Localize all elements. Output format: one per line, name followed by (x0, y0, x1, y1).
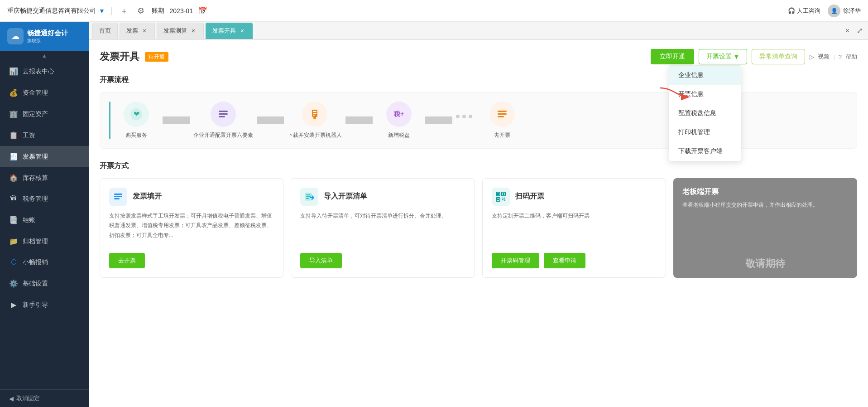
tab-invoice-close[interactable]: × (141, 27, 148, 34)
sidebar-item-label: 税务管理 (23, 195, 48, 203)
sidebar-item-inventory[interactable]: 🏠 库存核算 (0, 167, 89, 189)
sidebar-item-fixed-assets[interactable]: 🏢 固定资产 (0, 103, 89, 125)
manual-fill-goto-button[interactable]: 去开票 (109, 253, 145, 268)
svg-rect-7 (313, 113, 317, 114)
svg-rect-17 (306, 194, 311, 195)
method-desc-scan-invoice: 支持定制开票二维码，客户端可扫码开票 (492, 211, 657, 242)
method-desc-manual-fill: 支持按照发票样式手工填开发票；可开具增值税电子普通发票、增值税普通发票、增值税专… (109, 211, 274, 247)
svg-text:❤: ❤ (134, 110, 139, 118)
svg-rect-27 (502, 198, 503, 199)
fixed-assets-icon: 🏢 (9, 110, 18, 118)
dropdown-item-download-client[interactable]: 下载开票客户端 (669, 142, 741, 161)
svg-rect-8 (313, 115, 315, 116)
step-2-label: 企业开通配置开票六要素 (193, 131, 253, 139)
svg-rect-4 (219, 116, 225, 117)
invoice-settings-button[interactable]: 开票设置 ▼ (699, 49, 748, 64)
sidebar-item-label: 小畅报销 (23, 258, 48, 266)
tab-invoice-issue-close[interactable]: × (239, 27, 246, 34)
scan-manage-button[interactable]: 开票码管理 (492, 253, 539, 268)
sidebar-item-fund-mgmt[interactable]: 💰 资金管理 (0, 82, 89, 103)
svg-rect-2 (219, 111, 228, 112)
process-step-5: 去开票 (480, 102, 525, 139)
svg-rect-28 (504, 198, 505, 199)
activate-button[interactable]: 立即开通 (651, 49, 694, 64)
cancel-fixed-button[interactable]: ◀ 取消固定 (0, 389, 89, 407)
sidebar-item-cloud-report[interactable]: 📊 云报表中心 (0, 61, 89, 82)
step-icon-4: 税+ (386, 102, 412, 127)
period-value: 2023-01 (170, 7, 193, 15)
import-list-button[interactable]: 导入清单 (300, 253, 342, 268)
tab-home-label: 首页 (99, 27, 111, 35)
sidebar: ☁ 畅捷通好会计 旗舰版 ▲ 📊 云报表中心 💰 资金管理 🏢 固定资产 📋 (0, 22, 89, 407)
sidebar-item-label: 工资 (23, 131, 35, 140)
page-header-actions: 立即开通 开票设置 ▼ 异常清单查询 ▷ 视频 | ? (651, 49, 857, 64)
invoice-settings-dropdown: 企业信息 开票信息 配置税盘信息 打印机管理 下载开票客户端 (669, 65, 741, 161)
step-arrow-2 (257, 116, 284, 124)
sidebar-item-new-guide[interactable]: ▶ 新手引导 (0, 294, 89, 315)
pin-icon: ◀ (9, 395, 14, 402)
invoice-mgmt-icon: 🧾 (9, 152, 18, 161)
tab-invoice-issue[interactable]: 发票开具 × (206, 23, 253, 39)
sidebar-item-account[interactable]: 📑 结账 (0, 209, 89, 231)
svg-rect-6 (313, 111, 317, 112)
company-name: 重庆畅捷交通信息咨询有限公司 (7, 7, 96, 15)
play-icon[interactable]: ▷ (810, 53, 814, 60)
account-icon: 📑 (9, 216, 18, 224)
svg-rect-10 (498, 111, 507, 112)
sidebar-item-label: 归档管理 (23, 237, 48, 246)
dropdown-item-printer[interactable]: 打印机管理 (669, 123, 741, 142)
svg-rect-24 (503, 193, 504, 195)
tab-close-all-button[interactable]: × (844, 24, 851, 37)
add-tab-button[interactable]: ＋ (118, 4, 130, 18)
sidebar-item-tax-mgmt[interactable]: 🏛 税务管理 (0, 189, 89, 209)
step-icon-1: ❤ (124, 102, 149, 127)
sidebar-item-payroll[interactable]: 📋 工资 (0, 125, 89, 146)
period-label: 账期 (152, 7, 164, 15)
svg-rect-12 (498, 116, 504, 117)
method-card-import-list: 导入开票清单 支持导入待开票清单，可对待开票清单进行拆分、合并处理。 导入清单 (291, 178, 475, 278)
scroll-up-indicator[interactable]: ▲ (0, 51, 89, 61)
tab-invoice-calc-close[interactable]: × (190, 27, 197, 34)
method-title-scan-invoice: 扫码开票 (515, 192, 544, 201)
method-title-manual-fill: 发票填开 (133, 192, 162, 201)
sidebar-item-basic-settings[interactable]: ⚙️ 基础设置 (0, 273, 89, 294)
tab-maximize-button[interactable]: ⤢ (855, 24, 864, 37)
sidebar-item-report-sales[interactable]: C 小畅报销 (0, 252, 89, 273)
invoice-settings-label: 开票设置 (706, 53, 732, 61)
sidebar-logo: ☁ 畅捷通好会计 旗舰版 (0, 22, 89, 51)
calendar-icon[interactable]: 📅 (198, 6, 207, 15)
tab-invoice-label: 发票 (126, 27, 138, 35)
view-application-button[interactable]: 查看申请 (544, 253, 585, 268)
tab-home[interactable]: 首页 (92, 23, 118, 39)
sidebar-item-invoice-mgmt[interactable]: 🧾 发票管理 (0, 146, 89, 167)
method-card-manual-fill: 发票填开 支持按照发票样式手工填开发票；可开具增值税电子普通发票、增值税普通发票… (100, 178, 283, 278)
step-1-label: 购买服务 (125, 131, 147, 139)
user-area[interactable]: 👤 徐泽华 (828, 5, 861, 17)
svg-rect-13 (114, 194, 122, 195)
exception-list-button[interactable]: 异常清单查询 (752, 49, 805, 64)
help-label: 帮助 (845, 53, 857, 61)
basic-settings-icon: ⚙️ (9, 279, 18, 288)
settings-icon-button[interactable]: ⚙ (135, 4, 146, 18)
payroll-icon: 📋 (9, 131, 18, 140)
process-step-4: 税+ 新增税盘 (376, 102, 422, 139)
tab-invoice-issue-label: 发票开具 (212, 27, 236, 35)
dropdown-item-invoice-info[interactable]: 开票信息 (669, 85, 741, 104)
logo-main-text: 畅捷通好会计 (27, 29, 68, 38)
method-card-boss-invoice: 老板端开票 查看老板端小程序提交的开票申请，并作出相应的处理。 敬请期待 (673, 178, 857, 278)
help-icon[interactable]: ? (839, 53, 842, 60)
tab-invoice-calc[interactable]: 发票测算 × (157, 23, 204, 39)
support-button[interactable]: 🎧 人工咨询 (788, 7, 820, 15)
chevron-down-icon: ▼ (99, 7, 105, 15)
archive-icon: 📁 (9, 237, 18, 246)
svg-rect-22 (497, 193, 499, 195)
status-badge: 待开通 (145, 52, 168, 62)
tab-invoice[interactable]: 发票 × (120, 23, 155, 39)
step-icon-3 (302, 102, 327, 127)
dropdown-item-company-info[interactable]: 企业信息 (669, 66, 741, 85)
methods-section-title: 开票方式 (100, 161, 857, 171)
sidebar-item-archive[interactable]: 📁 归档管理 (0, 231, 89, 252)
company-selector[interactable]: 重庆畅捷交通信息咨询有限公司 ▼ (7, 7, 105, 15)
svg-rect-18 (306, 196, 311, 197)
dropdown-item-tax-disk[interactable]: 配置税盘信息 (669, 104, 741, 123)
